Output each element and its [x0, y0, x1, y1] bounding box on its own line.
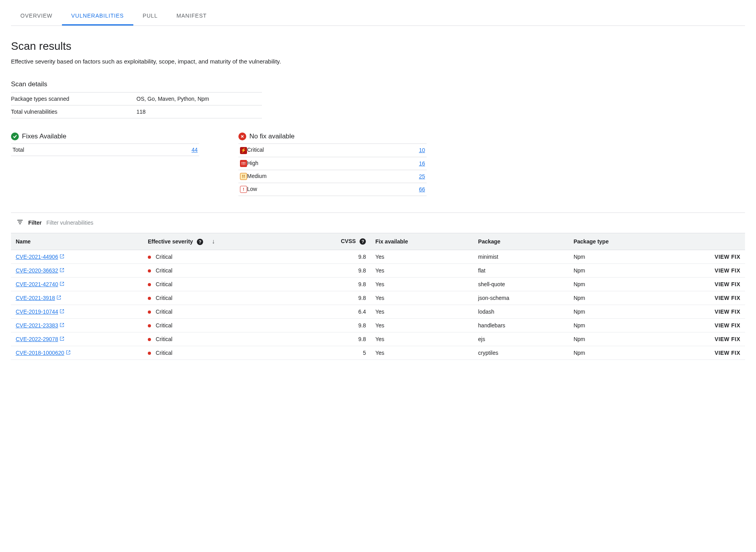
package-name: shell-quote: [473, 277, 569, 291]
table-row: CVE-2021-42740Critical9.8Yesshell-quoteN…: [11, 277, 745, 291]
th-name[interactable]: Name: [11, 233, 143, 250]
external-link-icon: [60, 309, 64, 315]
external-link-icon: [56, 296, 61, 301]
severity-badge-high-icon: !!!: [240, 160, 247, 167]
no-fix-severity-label: High: [247, 160, 258, 166]
check-icon: [11, 133, 19, 140]
no-fix-count-link[interactable]: 10: [419, 147, 425, 153]
table-row: CVE-2021-3918Critical9.8Yesjson-schemaNp…: [11, 291, 745, 305]
page-subtitle: Effective severity based on factors such…: [11, 58, 745, 65]
cve-link[interactable]: CVE-2021-42740: [16, 281, 64, 287]
cvss-value: 5: [305, 346, 371, 360]
no-fix-severity-label: Critical: [247, 147, 264, 153]
severity-text: Critical: [156, 267, 173, 274]
cve-link[interactable]: CVE-2022-29078: [16, 336, 64, 342]
package-types-value: OS, Go, Maven, Python, Npm: [136, 93, 262, 105]
view-fix-button[interactable]: VIEW FIX: [715, 336, 740, 342]
th-fix[interactable]: Fix available: [371, 233, 473, 250]
fix-available-value: Yes: [371, 318, 473, 332]
svg-rect-4: [19, 223, 21, 224]
cve-link[interactable]: CVE-2021-3918: [16, 295, 61, 301]
severity-text: Critical: [156, 336, 173, 342]
view-fix-button[interactable]: VIEW FIX: [715, 309, 740, 315]
fixes-available-heading: Fixes Available: [22, 133, 66, 140]
help-icon[interactable]: ?: [197, 239, 203, 245]
severity-badge-med-icon: !!: [240, 173, 247, 180]
svg-rect-2: [17, 220, 23, 220]
svg-rect-3: [18, 222, 22, 222]
package-types-label: Package types scanned: [11, 93, 136, 105]
severity-dot-icon: [148, 352, 151, 355]
cve-link[interactable]: CVE-2018-1000620: [16, 350, 71, 356]
package-name: flat: [473, 263, 569, 277]
cve-link[interactable]: CVE-2020-36632: [16, 267, 64, 274]
cvss-value: 9.8: [305, 318, 371, 332]
package-type: Npm: [569, 250, 664, 263]
package-type: Npm: [569, 346, 664, 360]
severity-dot-icon: [148, 269, 151, 272]
severity-text: Critical: [156, 309, 173, 315]
severity-badge-low-icon: !: [240, 186, 247, 193]
fix-available-value: Yes: [371, 291, 473, 305]
severity-text: Critical: [156, 295, 173, 301]
filter-bar[interactable]: Filter Filter vulnerabilities: [11, 212, 745, 233]
fixes-total-link[interactable]: 44: [191, 147, 198, 153]
severity-dot-icon: [148, 256, 151, 259]
table-row: CVE-2018-1000620Critical5YescryptilesNpm…: [11, 346, 745, 360]
severity-dot-icon: [148, 324, 151, 327]
table-row: CVE-2021-44906Critical9.8YesminimistNpmV…: [11, 250, 745, 263]
scan-details-table: Package types scanned OS, Go, Maven, Pyt…: [11, 92, 262, 118]
external-link-icon: [60, 337, 64, 342]
view-fix-button[interactable]: VIEW FIX: [715, 281, 740, 287]
cvss-value: 9.8: [305, 277, 371, 291]
table-row: CVE-2021-23383Critical9.8YeshandlebarsNp…: [11, 318, 745, 332]
th-package-type[interactable]: Package type: [569, 233, 664, 250]
cvss-value: 9.8: [305, 263, 371, 277]
package-type: Npm: [569, 263, 664, 277]
severity-dot-icon: [148, 297, 151, 300]
tab-vulnerabilities[interactable]: VULNERABILITIES: [62, 7, 133, 25]
tab-pull[interactable]: PULL: [133, 7, 167, 25]
cve-link[interactable]: CVE-2019-10744: [16, 309, 64, 315]
external-link-icon: [60, 268, 64, 274]
severity-dot-icon: [148, 338, 151, 341]
fix-available-value: Yes: [371, 277, 473, 291]
view-fix-button[interactable]: VIEW FIX: [715, 267, 740, 274]
package-name: cryptiles: [473, 346, 569, 360]
th-cvss[interactable]: CVSS ?: [305, 233, 371, 250]
filter-placeholder: Filter vulnerabilities: [46, 220, 93, 226]
view-fix-button[interactable]: VIEW FIX: [715, 350, 740, 356]
total-vulns-value: 118: [136, 105, 262, 118]
view-fix-button[interactable]: VIEW FIX: [715, 254, 740, 260]
fix-available-value: Yes: [371, 305, 473, 318]
package-name: handlebars: [473, 318, 569, 332]
scan-details-heading: Scan details: [11, 80, 745, 88]
tab-manifest[interactable]: MANIFEST: [167, 7, 216, 25]
table-row: CVE-2019-10744Critical6.4YeslodashNpmVIE…: [11, 305, 745, 318]
package-name: ejs: [473, 332, 569, 346]
external-link-icon: [60, 254, 64, 260]
no-fix-count-link[interactable]: 16: [419, 160, 425, 167]
page-title: Scan results: [11, 40, 745, 53]
th-severity[interactable]: Effective severity ? ↓: [143, 233, 305, 250]
fix-available-value: Yes: [371, 346, 473, 360]
sort-desc-icon[interactable]: ↓: [212, 238, 215, 245]
no-fix-count-link[interactable]: 66: [419, 186, 425, 192]
th-package[interactable]: Package: [473, 233, 569, 250]
severity-dot-icon: [148, 283, 151, 286]
table-row: CVE-2022-29078Critical9.8YesejsNpmVIEW F…: [11, 332, 745, 346]
fix-available-value: Yes: [371, 263, 473, 277]
view-fix-button[interactable]: VIEW FIX: [715, 295, 740, 301]
cve-link[interactable]: CVE-2021-23383: [16, 322, 64, 329]
tab-overview[interactable]: OVERVIEW: [11, 7, 62, 25]
tabs: OVERVIEW VULNERABILITIES PULL MANIFEST: [11, 7, 745, 26]
view-fix-button[interactable]: VIEW FIX: [715, 322, 740, 329]
package-type: Npm: [569, 291, 664, 305]
no-fix-count-link[interactable]: 25: [419, 173, 425, 180]
cve-link[interactable]: CVE-2021-44906: [16, 254, 64, 260]
filter-icon: [16, 218, 24, 227]
help-icon[interactable]: ?: [360, 238, 366, 245]
fix-available-value: Yes: [371, 332, 473, 346]
severity-dot-icon: [148, 310, 151, 314]
filter-label: Filter: [28, 220, 42, 226]
